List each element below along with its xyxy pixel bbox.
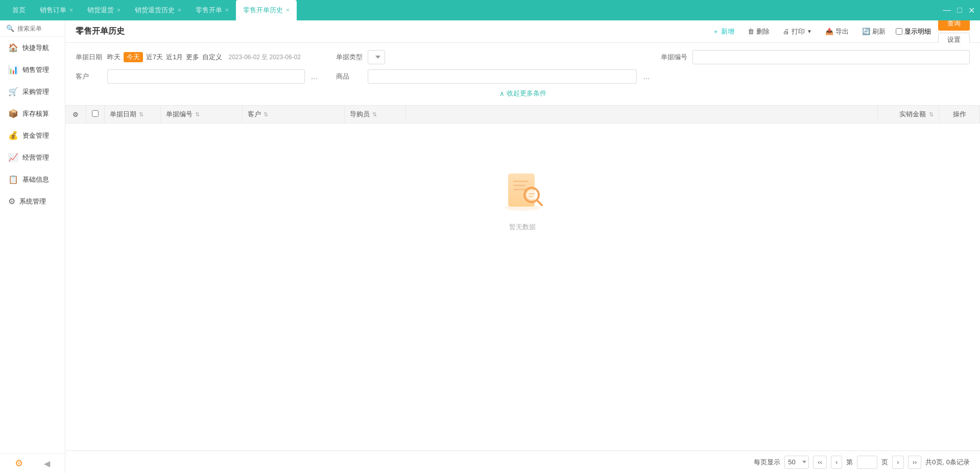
sidebar-item-label: 库存核算 bbox=[22, 109, 49, 118]
select-all-checkbox[interactable] bbox=[92, 110, 99, 117]
sidebar-item-label: 销售管理 bbox=[22, 65, 49, 74]
filter-doc-no: 单据编号 bbox=[661, 50, 970, 64]
filter-doc-type: 单据类型 bbox=[336, 50, 646, 64]
query-button[interactable]: 查询 bbox=[938, 20, 970, 31]
svg-rect-9 bbox=[529, 193, 535, 194]
th-gear[interactable]: ⚙ bbox=[65, 106, 86, 123]
doc-type-label: 单据类型 bbox=[336, 53, 365, 62]
tab-retail-open-history-close[interactable]: × bbox=[286, 7, 290, 14]
gear-icon: ⚙ bbox=[73, 111, 79, 118]
total-info: 共0页, 0条记录 bbox=[925, 458, 970, 467]
doc-no-input[interactable] bbox=[692, 50, 970, 64]
sidebar-item-label: 经营管理 bbox=[22, 153, 49, 162]
shortcut-more[interactable]: 更多 bbox=[186, 53, 199, 62]
maximize-button[interactable]: □ bbox=[957, 6, 962, 15]
refresh-label: 刷新 bbox=[872, 27, 886, 36]
th-amount[interactable]: 实销金额 ⇅ bbox=[878, 106, 939, 123]
goods-pick-icon[interactable]: ... bbox=[640, 72, 653, 81]
sidebar-item-sys-mgmt[interactable]: ⚙ 系统管理 bbox=[0, 190, 65, 212]
doc-no-label: 单据编号 bbox=[661, 53, 689, 62]
minimize-button[interactable]: — bbox=[943, 6, 951, 15]
tab-retail-open[interactable]: 零售开单 × bbox=[188, 0, 236, 20]
sidebar-item-finance[interactable]: 💰 资金管理 bbox=[0, 125, 65, 146]
shortcut-today[interactable]: 今天 bbox=[124, 52, 143, 62]
goods-input[interactable] bbox=[368, 69, 637, 84]
next-page-button[interactable]: › bbox=[892, 456, 903, 469]
page-size-select[interactable]: 10 20 50 100 bbox=[784, 456, 809, 469]
settings-icon[interactable]: ⚙ bbox=[15, 458, 23, 469]
first-page-button[interactable]: ‹‹ bbox=[813, 456, 827, 469]
th-customer[interactable]: 客户 ⇅ bbox=[242, 106, 344, 123]
tab-sales-order-close[interactable]: × bbox=[69, 7, 73, 14]
svg-line-8 bbox=[537, 200, 542, 205]
th-check[interactable] bbox=[86, 106, 104, 123]
filter-customer: 客户 ... bbox=[76, 69, 321, 84]
box-icon: 📦 bbox=[8, 109, 18, 118]
cart-icon: 🛒 bbox=[8, 87, 18, 96]
date-range: 2023-06-02 至 2023-06-02 bbox=[228, 53, 300, 62]
collapse-sidebar-icon[interactable]: ◀ bbox=[44, 459, 50, 468]
display-detail-checkbox[interactable] bbox=[896, 28, 902, 35]
shortcut-7days[interactable]: 近7天 bbox=[146, 53, 163, 62]
sort-amount-icon: ⇅ bbox=[929, 111, 934, 117]
money-icon: 💰 bbox=[8, 131, 18, 140]
tab-sales-return-history-close[interactable]: × bbox=[178, 7, 181, 14]
sidebar-item-inventory[interactable]: 📦 库存核算 bbox=[0, 103, 65, 125]
collapse-up-icon: ∧ bbox=[499, 90, 505, 97]
tab-sales-order[interactable]: 销售订单 × bbox=[33, 0, 80, 20]
export-button[interactable]: 📤 导出 bbox=[822, 25, 852, 38]
last-page-button[interactable]: ›› bbox=[908, 456, 922, 469]
print-dropdown-icon: ▼ bbox=[807, 29, 812, 34]
tab-retail-open-label: 零售开单 bbox=[196, 6, 222, 15]
display-detail-label: 显示明细 bbox=[896, 27, 931, 36]
delete-button[interactable]: 🗑 删除 bbox=[745, 25, 773, 38]
svg-point-7 bbox=[527, 190, 537, 200]
tab-retail-open-close[interactable]: × bbox=[225, 7, 229, 14]
doc-type-select[interactable] bbox=[368, 50, 385, 64]
sys-icon: ⚙ bbox=[8, 196, 15, 206]
tab-sales-return-label: 销货退货 bbox=[87, 6, 114, 15]
add-button[interactable]: ＋ 新增 bbox=[709, 25, 737, 38]
filter-row-1: 单据日期 昨天 今天 近7天 近1月 更多 自定义 2023-06-02 至 2… bbox=[76, 50, 970, 64]
shortcut-custom[interactable]: 自定义 bbox=[202, 53, 222, 62]
sidebar: 🔍 🏠 快捷导航 📊 销售管理 🛒 采购管理 📦 库存核算 💰 资金管理 📈 经… bbox=[0, 20, 65, 473]
th-no[interactable]: 单据编号 ⇅ bbox=[160, 106, 242, 123]
th-date[interactable]: 单据日期 ⇅ bbox=[104, 106, 160, 123]
refresh-button[interactable]: 🔄 刷新 bbox=[859, 25, 889, 38]
tab-sales-return-close[interactable]: × bbox=[117, 7, 121, 14]
tab-retail-open-history[interactable]: 零售开单历史 × bbox=[236, 0, 297, 20]
sidebar-item-purchase-mgmt[interactable]: 🛒 采购管理 bbox=[0, 81, 65, 103]
goods-label: 商品 bbox=[336, 72, 365, 81]
tab-home[interactable]: 首页 bbox=[5, 0, 33, 20]
empty-illustration bbox=[497, 164, 548, 215]
collapse-filter-bar[interactable]: ∧ 收起更多条件 bbox=[76, 89, 970, 98]
sidebar-item-label: 采购管理 bbox=[22, 87, 49, 96]
sidebar-item-basic-info[interactable]: 📋 基础信息 bbox=[0, 168, 65, 190]
data-table: ⚙ 单据日期 ⇅ 单据编号 ⇅ bbox=[65, 106, 980, 272]
search-input[interactable] bbox=[17, 25, 58, 32]
collapse-label: 收起更多条件 bbox=[507, 89, 546, 98]
customer-input[interactable] bbox=[107, 69, 305, 84]
shortcut-yesterday[interactable]: 昨天 bbox=[107, 53, 121, 62]
current-page-input[interactable]: 1 bbox=[857, 456, 877, 469]
sidebar-item-label: 系统管理 bbox=[19, 197, 46, 206]
tab-sales-return-history[interactable]: 销货退货历史 × bbox=[128, 0, 188, 20]
shortcut-1month[interactable]: 近1月 bbox=[166, 53, 183, 62]
print-button[interactable]: 🖨 打印 ▼ bbox=[780, 25, 815, 38]
table-container: ⚙ 单据日期 ⇅ 单据编号 ⇅ bbox=[65, 106, 980, 451]
sidebar-item-label: 基础信息 bbox=[22, 175, 49, 184]
prev-page-button[interactable]: ‹ bbox=[831, 456, 842, 469]
content-area: 零售开单历史 ＋ 新增 🗑 删除 🖨 打印 ▼ 📤 导出 bbox=[65, 20, 980, 473]
filter-row-2: 客户 ... 商品 ... bbox=[76, 69, 970, 84]
close-button[interactable]: ✕ bbox=[968, 6, 975, 15]
tab-bar: 首页 销售订单 × 销货退货 × 销货退货历史 × 零售开单 × 零售开单历史 … bbox=[0, 0, 980, 20]
sidebar-search-area[interactable]: 🔍 bbox=[0, 20, 65, 37]
sidebar-item-quick-nav[interactable]: 🏠 快捷导航 bbox=[0, 37, 65, 59]
sidebar-item-operations[interactable]: 📈 经营管理 bbox=[0, 146, 65, 168]
empty-row: 暂无数据 bbox=[65, 123, 980, 273]
th-guide[interactable]: 导购员 ⇅ bbox=[344, 106, 405, 123]
customer-pick-icon[interactable]: ... bbox=[308, 72, 321, 81]
sidebar-item-sales-mgmt[interactable]: 📊 销售管理 bbox=[0, 59, 65, 81]
tab-sales-return[interactable]: 销货退货 × bbox=[80, 0, 128, 20]
export-label: 导出 bbox=[835, 27, 849, 36]
